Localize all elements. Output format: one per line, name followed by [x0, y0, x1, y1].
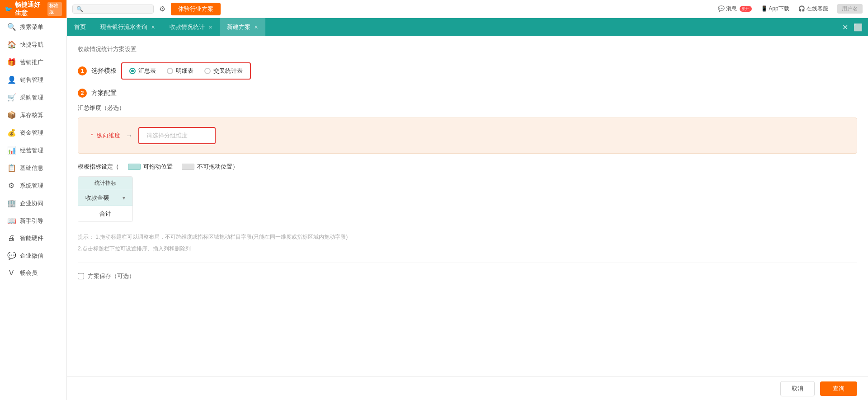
service-btn[interactable]: 🎧 在线客服	[798, 5, 828, 13]
sidebar-item-purchase[interactable]: 🛒 采购管理	[0, 89, 66, 106]
service-label: 在线客服	[807, 5, 828, 12]
home-icon: 🏠	[7, 40, 15, 49]
sidebar-item-inventory[interactable]: 📦 库存核算	[0, 106, 66, 124]
sidebar-item-quick-nav[interactable]: 🏠 快捷导航	[0, 36, 66, 53]
radio-detail-btn[interactable]	[167, 68, 173, 74]
sidebar-item-guide[interactable]: 📖 新手引导	[0, 212, 66, 230]
user-avatar[interactable]: 用户名	[837, 4, 863, 14]
sidebar-label-purchase: 采购管理	[20, 94, 43, 102]
non-draggable-legend-label: 不可拖动位置）	[197, 163, 238, 171]
radio-cross-btn[interactable]	[204, 68, 211, 74]
sidebar-label-sales: 销售管理	[20, 76, 43, 84]
gear-icon: ⚙	[7, 181, 15, 190]
sidebar-item-marketing[interactable]: 🎁 营销推广	[0, 53, 66, 71]
topbar: 🔍 ⚙ 体验行业方案 💬 消息 99+ 📱 App下载 🎧 在线客服 用户名	[67, 0, 868, 18]
sidebar-item-hardware[interactable]: 🖨 智能硬件	[0, 230, 66, 247]
sidebar-item-sales[interactable]: 👤 销售管理	[0, 71, 66, 89]
sidebar-label-basic-info: 基础信息	[20, 164, 43, 172]
new-plan-label: 新建方案	[227, 23, 250, 31]
printer-icon: 🖨	[7, 234, 15, 242]
radio-detail-label: 明细表	[176, 67, 193, 75]
save-label: 方案保存（可选）	[88, 272, 135, 280]
tip-line1: 提示： 1.拖动标题栏可以调整布局，不可跨维度或指标区域拖动栏目字段(只能在同一…	[78, 232, 857, 242]
sidebar-label-member: 畅会员	[20, 269, 38, 277]
section1-header: 1 选择模板 汇总表 明细表 交叉统计表	[78, 62, 857, 80]
bank-flow-close-icon[interactable]: ✕	[151, 24, 155, 30]
sidebar-label-inventory: 库存核算	[20, 111, 43, 119]
sidebar-item-enterprise[interactable]: 🏢 企业协同	[0, 194, 66, 212]
radio-summary[interactable]: 汇总表	[129, 67, 156, 75]
tab-collection-stats[interactable]: 收款情况统计 ✕	[162, 18, 220, 36]
page-area: 收款情况统计方案设置 1 选择模板 汇总表 明细表	[67, 36, 868, 380]
vertical-label: ＊ 纵向维度	[89, 132, 120, 140]
messages-label: 消息	[726, 5, 737, 12]
query-button[interactable]: 查询	[820, 381, 857, 396]
sidebar-item-system[interactable]: ⚙ 系统管理	[0, 177, 66, 194]
tip-line2: 2.点击标题栏下拉可设置排序、插入列和删除列	[78, 244, 857, 254]
radio-cross-label: 交叉统计表	[213, 67, 243, 75]
sidebar-item-funds[interactable]: 💰 资金管理	[0, 124, 66, 141]
section2-number: 2	[78, 89, 87, 98]
dimension-subtitle: 汇总维度（必选）	[78, 104, 857, 112]
radio-summary-btn[interactable]	[129, 68, 136, 74]
logo-icon: 🐦	[5, 5, 12, 13]
collection-stats-close-icon[interactable]: ✕	[208, 24, 212, 30]
page-title: 收款情况统计方案设置	[78, 45, 857, 53]
topbar-right: 💬 消息 99+ 📱 App下载 🎧 在线客服 用户名	[718, 4, 863, 14]
chart-icon: 📊	[7, 146, 15, 155]
settings-icon[interactable]: ⚙	[159, 5, 165, 13]
sidebar-label-search: 搜索菜单	[20, 23, 43, 31]
radio-summary-label: 汇总表	[138, 67, 156, 75]
tab-new-plan[interactable]: 新建方案 ✕	[220, 18, 265, 36]
sidebar-label-hardware: 智能硬件	[20, 234, 43, 242]
section-divider	[78, 263, 857, 263]
download-btn[interactable]: 📱 App下载	[761, 5, 789, 13]
tab-home[interactable]: 首页	[67, 18, 93, 36]
maximize-icon[interactable]: ⬜	[854, 23, 863, 32]
sidebar-label-operations: 经营管理	[20, 146, 43, 155]
main-content: 收款情况统计方案设置 1 选择模板 汇总表 明细表	[67, 36, 868, 400]
new-plan-close-icon[interactable]: ✕	[254, 24, 258, 30]
dimension-select[interactable]: 请选择分组维度	[138, 127, 216, 144]
gift-icon: 🎁	[7, 58, 15, 66]
sidebar-item-member[interactable]: V 畅会员	[0, 264, 66, 282]
bottom-bar: 取消 查询	[67, 376, 868, 400]
sidebar-item-basic-info[interactable]: 📋 基础信息	[0, 159, 66, 177]
vertical-label-text: 纵向维度	[97, 132, 120, 139]
tabbar-actions: ✕ ⬜	[837, 18, 868, 36]
metrics-header: 模板指标设定（ 可拖动位置 不可拖动位置）	[78, 163, 857, 171]
sidebar-item-wechat[interactable]: 💬 企业微信	[0, 247, 66, 264]
section1-number: 1	[78, 66, 87, 75]
sidebar-item-operations[interactable]: 📊 经营管理	[0, 141, 66, 159]
sidebar-item-search[interactable]: 🔍 搜索菜单	[0, 18, 66, 36]
dimension-row: ＊ 纵向维度 → 请选择分组维度	[89, 127, 846, 144]
sidebar-label-wechat: 企业微信	[20, 252, 43, 260]
legend-draggable: 可拖动位置	[128, 163, 173, 171]
box-icon: 📦	[7, 111, 15, 119]
cancel-button[interactable]: 取消	[780, 381, 815, 396]
messages-badge: 99+	[740, 6, 752, 12]
search-icon: 🔍	[76, 6, 83, 12]
home-tab-label: 首页	[74, 23, 86, 31]
save-option: 方案保存（可选）	[78, 272, 857, 280]
trial-button[interactable]: 体验行业方案	[171, 3, 221, 15]
non-draggable-legend-box	[182, 164, 194, 170]
radio-cross[interactable]: 交叉统计表	[204, 67, 243, 75]
save-checkbox[interactable]	[78, 273, 84, 279]
close-window-icon[interactable]: ✕	[842, 23, 848, 32]
sidebar-label-enterprise: 企业协同	[20, 199, 43, 207]
metrics-dropdown-icon[interactable]: ▾	[123, 195, 125, 201]
radio-detail[interactable]: 明细表	[167, 67, 193, 75]
metrics-table: 统计指标 收款金额 ▾ 合计	[78, 176, 133, 222]
metrics-total: 合计	[78, 206, 132, 221]
search-box[interactable]: 🔍	[72, 5, 154, 14]
legend-non-draggable: 不可拖动位置）	[182, 163, 238, 171]
tab-bank-flow[interactable]: 现金银行流水查询 ✕	[93, 18, 162, 36]
section-config: 2 方案配置 汇总维度（必选） ＊ 纵向维度 → 请选择分组维度	[78, 89, 857, 254]
dimension-area: ＊ 纵向维度 → 请选择分组维度	[78, 118, 857, 154]
version-badge: 标准版	[47, 2, 62, 16]
messages-btn[interactable]: 💬 消息 99+	[718, 5, 752, 13]
sidebar-label-quick-nav: 快捷导航	[20, 41, 43, 49]
download-label: App下载	[769, 5, 789, 12]
sidebar-label-guide: 新手引导	[20, 217, 43, 225]
